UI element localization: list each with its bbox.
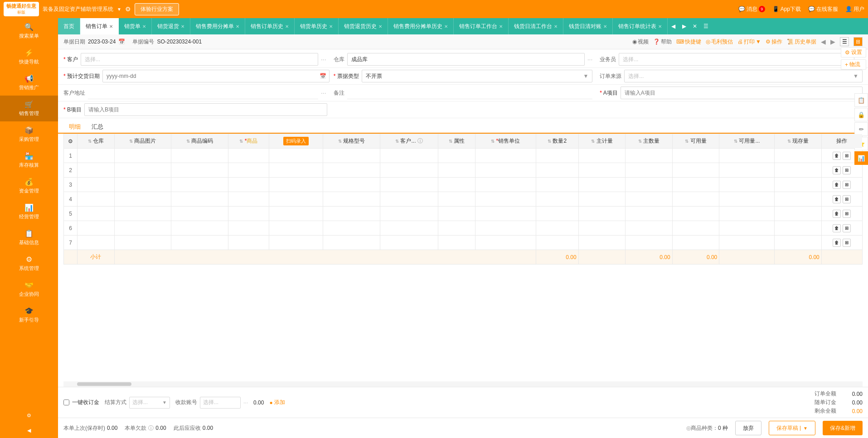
tab-close-workbench[interactable]: ✕ bbox=[499, 24, 503, 29]
tab-stats[interactable]: 销售订单统计表 ✕ bbox=[613, 18, 668, 34]
row-delete-btn[interactable]: 🗑 bbox=[833, 195, 841, 203]
tab-close-order-history[interactable]: ✕ bbox=[285, 24, 289, 29]
row-delete-btn[interactable]: 🗑 bbox=[833, 239, 841, 247]
sidebar-item-operations[interactable]: 📊 经营管理 bbox=[0, 199, 58, 225]
operations-action[interactable]: ⚙操作 bbox=[766, 38, 782, 46]
col-scan[interactable]: 扫码录入 bbox=[269, 134, 323, 149]
table-row[interactable]: 6 🗑 ⊞ bbox=[64, 221, 863, 236]
row-copy-btn[interactable]: ⊞ bbox=[843, 166, 851, 174]
sidebar-collapse-btn[interactable]: ◀ bbox=[0, 423, 58, 438]
sidebar-item-inventory[interactable]: 🏪 库存核算 bbox=[0, 147, 58, 173]
col-code[interactable]: ⇅ 商品编码 bbox=[171, 134, 228, 149]
profit-action[interactable]: ◎毛利预估 bbox=[706, 38, 733, 46]
sidebar-item-collab[interactable]: 🤝 企业协同 bbox=[0, 276, 58, 302]
tab-summary[interactable]: 汇总 bbox=[86, 121, 109, 133]
right-float-btn-1[interactable]: 📋 bbox=[854, 93, 868, 107]
help-action[interactable]: ❓帮助 bbox=[653, 38, 672, 46]
row-copy-btn[interactable]: ⊞ bbox=[843, 152, 851, 160]
sidebar-item-marketing[interactable]: 📢 营销推广 bbox=[0, 70, 58, 96]
col-qty2[interactable]: ⇅ 数量2 bbox=[536, 134, 578, 149]
tab-order-history[interactable]: 销售订单历史 ✕ bbox=[245, 18, 295, 34]
table-row[interactable]: 7 🗑 ⊞ bbox=[64, 236, 863, 250]
tab-goods-history[interactable]: 销货单历史 ✕ bbox=[295, 18, 339, 34]
col-warehouse[interactable]: ⇅ 仓库 bbox=[78, 134, 115, 149]
message-icon[interactable]: 💬 消息 9 bbox=[738, 5, 765, 13]
settings-btn[interactable]: ⚙ 设置 bbox=[841, 47, 866, 58]
col-available[interactable]: ⇅ 可用量 bbox=[672, 134, 719, 149]
view-toggle-grid[interactable]: ⊞ bbox=[853, 37, 863, 46]
row-delete-btn[interactable]: 🗑 bbox=[833, 152, 841, 160]
b-project-input[interactable] bbox=[84, 103, 327, 116]
row-copy-btn[interactable]: ⊞ bbox=[843, 195, 851, 203]
tab-return[interactable]: 销货退货 ✕ bbox=[152, 18, 190, 34]
tab-detail[interactable]: 明细 bbox=[63, 121, 86, 134]
industry-btn[interactable]: 体验行业方案 bbox=[135, 3, 179, 15]
col-customer-info[interactable]: ⇅ 客户... ⓘ bbox=[380, 134, 438, 149]
next-record-btn[interactable]: ▶ bbox=[830, 38, 835, 45]
col-current[interactable]: ⇅ 现存量 bbox=[775, 134, 822, 149]
order-source-select[interactable]: 选择... ▼ bbox=[624, 70, 863, 82]
tab-prev-btn[interactable]: ◀ bbox=[668, 18, 679, 34]
salesperson-input[interactable]: 选择... bbox=[619, 53, 854, 66]
a-project-input[interactable] bbox=[621, 87, 863, 99]
one-click-checkbox[interactable] bbox=[63, 399, 69, 405]
col-image[interactable]: ⇅ 商品图片 bbox=[114, 134, 171, 149]
delivery-date-input[interactable] bbox=[102, 70, 330, 82]
tab-close-return[interactable]: ✕ bbox=[181, 24, 184, 29]
app-download[interactable]: 📱 App下载 bbox=[772, 5, 801, 13]
settings-icon[interactable]: ⚙ bbox=[125, 5, 131, 13]
sidebar-item-purchase[interactable]: 📦 采购管理 bbox=[0, 121, 58, 147]
sidebar-item-nav[interactable]: ⚡ 快捷导航 bbox=[0, 44, 58, 70]
col-available2[interactable]: ⇅ 可用量... bbox=[719, 134, 775, 149]
tab-close-all-btn[interactable]: ✕ bbox=[689, 18, 700, 34]
view-toggle-list[interactable]: ☰ bbox=[840, 37, 849, 46]
table-row[interactable]: 4 🗑 ⊞ bbox=[64, 192, 863, 207]
tab-close-expense[interactable]: ✕ bbox=[236, 24, 239, 29]
tab-expense-history[interactable]: 销售费用分摊单历史 ✕ bbox=[388, 18, 454, 34]
sidebar-item-finance[interactable]: 💰 资金管理 bbox=[0, 173, 58, 199]
tab-workbench[interactable]: 销售订单工作台 ✕ bbox=[454, 18, 509, 34]
discard-btn[interactable]: 放弃 bbox=[735, 421, 761, 435]
sidebar-item-search[interactable]: 🔍 搜索菜单 bbox=[0, 18, 58, 44]
table-scrollbar[interactable] bbox=[63, 381, 863, 387]
tab-return-history[interactable]: 销货退货历史 ✕ bbox=[339, 18, 388, 34]
sidebar-item-sales[interactable]: 🛒 销售管理 bbox=[0, 96, 58, 121]
table-row[interactable]: 1 🗑 ⊞ bbox=[64, 149, 863, 163]
tab-close-sales-goods[interactable]: ✕ bbox=[142, 24, 146, 29]
table-row[interactable]: 3 🗑 ⊞ bbox=[64, 178, 863, 192]
col-product[interactable]: ⇅ *商品 bbox=[228, 134, 269, 149]
payment-method-select[interactable]: 选择... ▼ bbox=[129, 397, 170, 409]
sidebar-item-guide[interactable]: 🎓 新手引导 bbox=[0, 302, 58, 328]
scan-input-btn[interactable]: 扫码录入 bbox=[283, 137, 309, 145]
customer-address-input[interactable] bbox=[88, 87, 318, 99]
customer-input[interactable]: 选择... bbox=[81, 53, 318, 66]
tab-close-return-history[interactable]: ✕ bbox=[378, 24, 382, 29]
tab-cash-workbench[interactable]: 钱货日清工作台 ✕ bbox=[509, 18, 563, 34]
row-delete-btn[interactable]: 🗑 bbox=[833, 181, 841, 189]
tab-expense[interactable]: 销售费用分摊单 ✕ bbox=[190, 18, 245, 34]
history-action[interactable]: 📜历史单据 bbox=[787, 38, 816, 46]
account-expand-btn[interactable]: ··· bbox=[243, 399, 248, 406]
tab-reconcile[interactable]: 钱货日清对账 ✕ bbox=[563, 18, 613, 34]
col-main-qty[interactable]: ⇅ 主数量 bbox=[626, 134, 673, 149]
tab-home[interactable]: 首页 bbox=[58, 18, 80, 34]
logistics-btn[interactable]: + 物流 bbox=[841, 59, 866, 70]
shortcut-action[interactable]: ⌨快捷键 bbox=[676, 38, 701, 46]
tab-close-reconcile[interactable]: ✕ bbox=[603, 24, 607, 29]
sidebar-item-system[interactable]: ⚙ 系统管理 bbox=[0, 250, 58, 276]
row-delete-btn[interactable]: 🗑 bbox=[833, 210, 841, 218]
warehouse-input[interactable]: 成品库 bbox=[347, 53, 585, 66]
sidebar-settings-btn[interactable]: ⚙ bbox=[0, 408, 58, 423]
online-service[interactable]: 💬 在线客服 bbox=[808, 5, 838, 13]
tab-close-stats[interactable]: ✕ bbox=[658, 24, 662, 29]
calendar-icon2[interactable]: 📅 bbox=[320, 73, 326, 79]
save-draft-dropdown-icon[interactable]: ▼ bbox=[800, 426, 808, 431]
tab-close-sales-order[interactable]: ✕ bbox=[109, 24, 113, 29]
warehouse-expand-btn[interactable]: ··· bbox=[587, 56, 593, 63]
col-attr[interactable]: ⇅ 属性 bbox=[438, 134, 475, 149]
prev-record-btn[interactable]: ◀ bbox=[821, 38, 826, 45]
system-title-dropdown-icon[interactable]: ▼ bbox=[117, 7, 121, 12]
table-row[interactable]: 5 🗑 ⊞ bbox=[64, 207, 863, 221]
tab-close-goods-history[interactable]: ✕ bbox=[329, 24, 333, 29]
print-action[interactable]: 🖨打印▼ bbox=[737, 38, 761, 46]
